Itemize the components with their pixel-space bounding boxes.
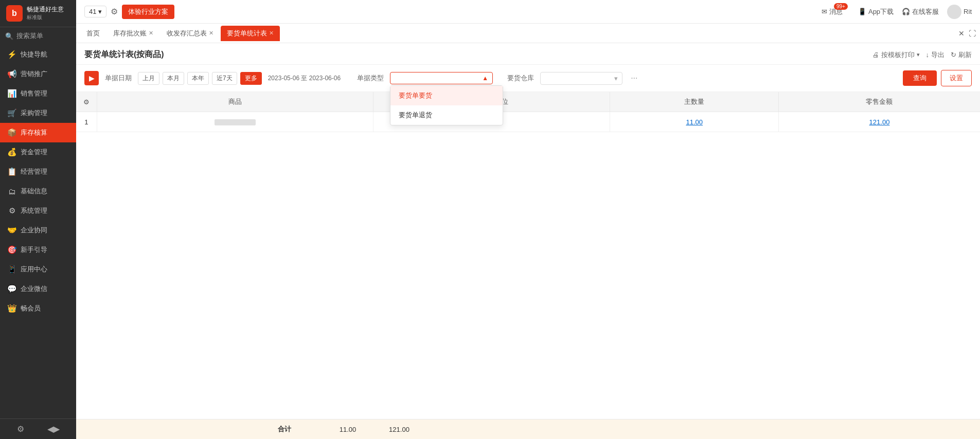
guide-icon: 🎯 — [7, 245, 16, 254]
sidebar-item-sales[interactable]: 📊 销售管理 — [0, 84, 76, 103]
sidebar: b 畅捷通好生意 标准版 🔍 搜索菜单 ⚡ 快捷导航 📢 营销推广 📊 销售管理… — [0, 0, 76, 439]
sidebar-item-label: 库存核算 — [21, 128, 47, 137]
query-button[interactable]: 查询 — [903, 70, 937, 86]
headset-icon: 🎧 — [902, 8, 910, 15]
date-range-display: 2023-05-06 至 2023-06-06 — [268, 74, 341, 83]
settings-icon[interactable]: ⚙ — [111, 7, 118, 16]
date-buttons: 上月 本月 本年 近7天 更多 — [138, 72, 262, 85]
message-btn[interactable]: ✉ 消息 99+ — [822, 7, 843, 16]
finance-icon: 💰 — [7, 148, 16, 157]
tabs-bar: 首页 库存批次账 ✕ 收发存汇总表 ✕ 要货单统计表 ✕ ✕ ⛶ — [76, 24, 980, 43]
content-area: 要货单统计表(按商品) 🖨 按模板打印 ▾ ↓ 导出 ↻ 刷新 — [76, 43, 980, 439]
date-label: 单据日期 — [105, 74, 132, 83]
tab-receivable-summary[interactable]: 收发存汇总表 ✕ — [161, 26, 220, 41]
expand-icon: ▶ — [89, 74, 95, 82]
tabs-expand-icon[interactable]: ⛶ — [969, 29, 976, 38]
online-service-label: 在线客服 — [912, 7, 939, 16]
app-download-icon: 📱 — [858, 8, 866, 15]
page-header: 要货单统计表(按商品) 🖨 按模板打印 ▾ ↓ 导出 ↻ 刷新 — [76, 43, 980, 65]
tab-receivable-close[interactable]: ✕ — [209, 30, 213, 36]
topbar-left: 41 ▾ ⚙ 体验行业方案 — [84, 5, 816, 19]
tab-order-summary[interactable]: 要货单统计表 ✕ — [221, 26, 280, 41]
table-container: ⚙ 商品 主计量单位 主数量 零售金额 1 — [76, 92, 980, 419]
row-goods — [97, 112, 373, 132]
print-btn[interactable]: 🖨 按模板打印 ▾ — [872, 50, 920, 60]
tab-order-summary-label: 要货单统计表 — [227, 29, 267, 38]
filter-more-btn[interactable]: ··· — [631, 74, 637, 83]
app-center-icon: 📱 — [7, 265, 16, 274]
cooperation-icon: 🤝 — [7, 226, 16, 235]
refresh-label: 刷新 — [958, 50, 972, 60]
sidebar-item-label: 畅会员 — [21, 304, 41, 313]
online-service-btn[interactable]: 🎧 在线客服 — [902, 7, 939, 16]
store-selector[interactable]: 41 ▾ — [84, 6, 106, 17]
sidebar-item-quick-nav[interactable]: ⚡ 快捷导航 — [0, 45, 76, 64]
row-no: 1 — [76, 112, 97, 132]
sidebar-item-operations[interactable]: 📋 经营管理 — [0, 162, 76, 181]
message-icon: ✉ — [822, 8, 827, 15]
topbar-right: ✉ 消息 99+ 📱 App下载 🎧 在线客服 Rit — [822, 5, 972, 19]
store-dropdown-icon: ▾ — [98, 8, 102, 15]
inventory-icon: 📦 — [7, 128, 16, 137]
sidebar-item-member[interactable]: 👑 畅会员 — [0, 299, 76, 318]
sidebar-item-label: 采购管理 — [21, 108, 47, 118]
sidebar-collapse-btn[interactable]: ◀▶ — [47, 424, 60, 434]
user-avatar-btn[interactable]: Rit — [947, 5, 972, 19]
upgrade-button[interactable]: 体验行业方案 — [122, 5, 174, 19]
sidebar-item-label: 营销推广 — [21, 69, 47, 79]
dropdown-item-order-goods[interactable]: 要货单要货 — [390, 86, 503, 105]
username-label: Rit — [964, 8, 972, 15]
tab-inventory-batch-close[interactable]: ✕ — [149, 30, 153, 36]
refresh-btn[interactable]: ↻ 刷新 — [951, 50, 972, 60]
type-select-arrow: ▲ — [482, 75, 488, 82]
warehouse-input-arrow: ▾ — [614, 75, 618, 82]
avatar — [947, 5, 961, 19]
marketing-icon: 📢 — [7, 69, 16, 79]
sidebar-item-marketing[interactable]: 📢 营销推广 — [0, 64, 76, 84]
sidebar-search[interactable]: 🔍 搜索菜单 — [0, 27, 76, 45]
date-btn-this-month[interactable]: 本月 — [163, 72, 184, 85]
logo-badge: 标准版 — [27, 14, 64, 21]
app-download-btn[interactable]: 📱 App下载 — [858, 7, 894, 16]
date-btn-7days[interactable]: 近7天 — [212, 72, 237, 85]
page-actions: 🖨 按模板打印 ▾ ↓ 导出 ↻ 刷新 — [872, 50, 972, 60]
sidebar-item-base-info[interactable]: 🗂 基础信息 — [0, 181, 76, 201]
tabs-close-all-icon[interactable]: ✕ — [958, 29, 965, 38]
sidebar-settings-btn[interactable]: ⚙ — [17, 424, 24, 434]
th-settings[interactable]: ⚙ — [76, 92, 97, 112]
app-download-label: App下载 — [868, 7, 894, 16]
table-footer: 合计 11.00 121.00 — [76, 419, 980, 439]
sidebar-item-label: 经营管理 — [21, 167, 47, 176]
date-btn-this-year[interactable]: 本年 — [187, 72, 209, 85]
filter-expand-btn[interactable]: ▶ — [84, 71, 99, 85]
sidebar-item-app-center[interactable]: 📱 应用中心 — [0, 260, 76, 279]
settings-button[interactable]: 设置 — [941, 70, 972, 86]
tab-home[interactable]: 首页 — [80, 26, 106, 41]
filter-bar: ▶ 单据日期 上月 本月 本年 近7天 更多 2023-05-06 至 2023… — [76, 65, 980, 92]
sidebar-item-label: 应用中心 — [21, 265, 47, 274]
warehouse-input[interactable]: ▾ — [540, 72, 622, 85]
tab-order-summary-close[interactable]: ✕ — [269, 30, 274, 36]
sidebar-item-system[interactable]: ⚙ 系统管理 — [0, 201, 76, 221]
print-dropdown-icon: ▾ — [917, 51, 920, 58]
export-btn[interactable]: ↓ 导出 — [926, 50, 945, 60]
member-icon: 👑 — [7, 304, 16, 313]
refresh-icon: ↻ — [951, 51, 956, 59]
sidebar-item-cooperation[interactable]: 🤝 企业协同 — [0, 221, 76, 240]
date-btn-last-month[interactable]: 上月 — [138, 72, 159, 85]
tab-inventory-batch[interactable]: 库存批次账 ✕ — [107, 26, 159, 41]
type-select[interactable]: ▲ — [390, 72, 493, 84]
sidebar-item-inventory[interactable]: 📦 库存核算 — [0, 123, 76, 142]
sidebar-item-purchase[interactable]: 🛒 采购管理 — [0, 103, 76, 123]
sidebar-item-wechat[interactable]: 💬 企业微信 — [0, 279, 76, 299]
sidebar-item-label: 基础信息 — [21, 187, 47, 196]
sidebar-item-finance[interactable]: 💰 资金管理 — [0, 142, 76, 162]
type-label: 单据类型 — [357, 74, 384, 83]
filter-actions: 查询 设置 — [903, 70, 972, 86]
sidebar-search-label: 搜索菜单 — [16, 31, 43, 41]
dropdown-item-order-return[interactable]: 要货单退货 — [390, 105, 503, 125]
date-btn-more[interactable]: 更多 — [240, 72, 262, 85]
tab-home-label: 首页 — [86, 29, 100, 38]
sidebar-item-label: 系统管理 — [21, 206, 47, 215]
sidebar-item-guide[interactable]: 🎯 新手引导 — [0, 240, 76, 260]
